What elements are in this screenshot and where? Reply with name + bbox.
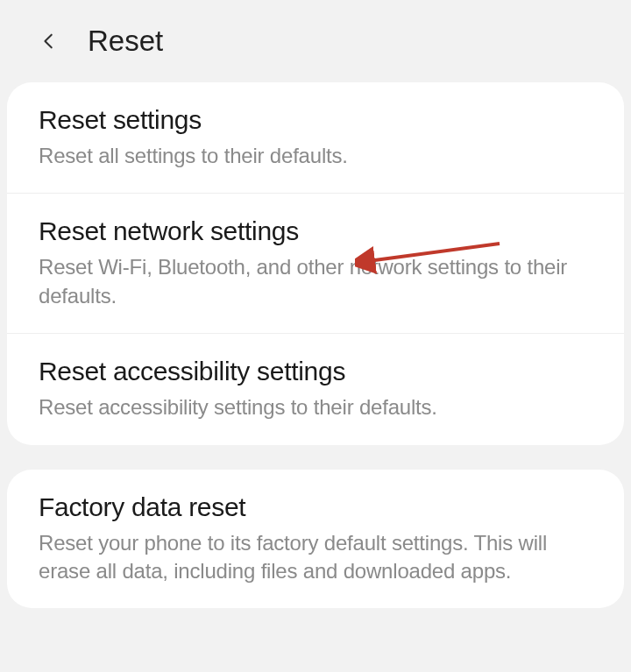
reset-settings-item[interactable]: Reset settings Reset all settings to the… [7,82,624,194]
item-title: Factory data reset [39,492,592,522]
item-description: Reset all settings to their defaults. [39,142,592,170]
item-title: Reset settings [39,105,592,135]
factory-reset-card: Factory data reset Reset your phone to i… [7,470,624,609]
factory-data-reset-item[interactable]: Factory data reset Reset your phone to i… [7,470,624,609]
page-title: Reset [88,25,163,58]
item-title: Reset network settings [39,216,592,246]
reset-accessibility-settings-item[interactable]: Reset accessibility settings Reset acces… [7,334,624,444]
item-title: Reset accessibility settings [39,357,592,386]
item-description: Reset your phone to its factory default … [39,529,592,586]
item-description: Reset accessibility settings to their de… [39,393,592,421]
reset-options-card: Reset settings Reset all settings to the… [7,82,624,445]
item-description: Reset Wi-Fi, Bluetooth, and other networ… [39,253,592,310]
reset-network-settings-item[interactable]: Reset network settings Reset Wi-Fi, Blue… [7,194,624,334]
header: Reset [0,0,631,82]
back-icon[interactable] [37,29,61,53]
